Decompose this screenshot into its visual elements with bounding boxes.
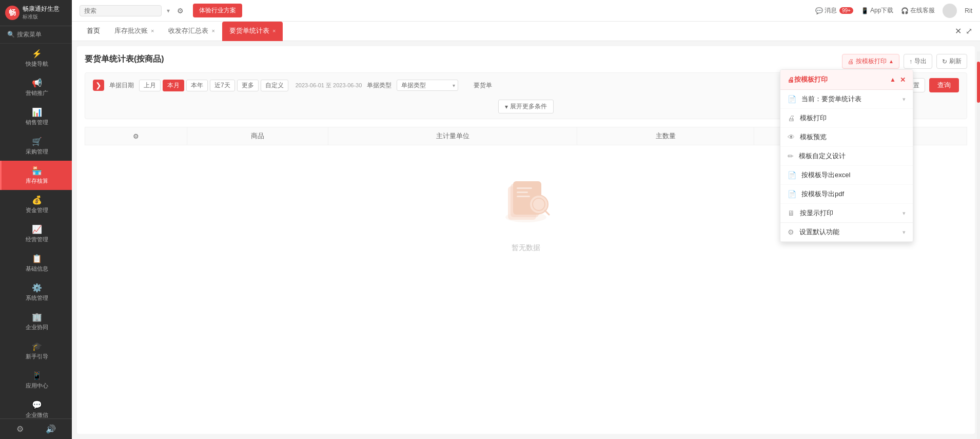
sidebar-item-purchase[interactable]: 🛒 采购管理 [0,131,72,161]
quick-nav-icon: ⚡ [32,49,42,59]
date-btn-custom[interactable]: 自定义 [261,80,288,91]
dropdown-section-display-print[interactable]: 🖥 按显示打印 ▾ [780,204,913,223]
enterprise-wechat-icon: 💬 [32,400,42,410]
top-gear-icon[interactable]: ⚙ [177,7,184,15]
dropdown-section-set-default[interactable]: ⚙ 设置默认功能 ▾ [780,223,913,242]
search-icon: 🔍 [7,31,15,38]
settings-footer-icon[interactable]: ⚙ [16,424,24,434]
goods-label: 要货单 [474,81,492,90]
sound-footer-icon[interactable]: 🔊 [46,424,56,434]
col-quantity: 主数量 [577,127,754,145]
expand-conditions-btn[interactable]: ▾ 展开更多条件 [498,100,554,113]
logo-text: 畅康通好生意 标准版 [23,5,60,21]
date-btn-last-7-days[interactable]: 近7天 [210,80,235,91]
date-btn-prev-month[interactable]: 上月 [139,80,161,91]
tab-close-inventory-batch[interactable]: × [151,28,154,34]
date-btn-current-month[interactable]: 本月 [163,80,184,91]
app-logo: 畅 畅康通好生意 标准版 [0,0,72,26]
inventory-icon: 🏪 [32,166,42,176]
print-chevron-up-icon: ▲ [889,59,894,64]
page-title: 要货单统计表(按商品) [85,54,967,65]
set-default-icon: ⚙ [788,228,794,236]
svg-line-6 [545,211,549,215]
dropdown-title: 按模板打印 [794,75,828,84]
right-scrollbar[interactable] [977,51,980,439]
online-service-item[interactable]: 🎧 在线客服 [901,6,935,15]
sidebar-item-enterprise-wechat[interactable]: 💬 企业微信 [0,395,72,418]
logo-icon: 畅 [5,6,19,20]
enterprise-icon: 🏢 [32,312,42,322]
newbie-icon: 🎓 [32,341,42,351]
date-btn-current-year[interactable]: 本年 [186,80,208,91]
refresh-icon: ↻ [942,58,947,65]
dropdown-item-template-custom[interactable]: ✏ 模板自定义设计 [780,147,913,166]
template-preview-icon: 👁 [788,133,795,141]
messages-icon: 💬 [815,7,823,14]
date-options: 上月 本月 本年 近7天 更多 自定义 [139,80,288,91]
doc-type-select[interactable]: 单据类型 [397,80,458,91]
app-download-item[interactable]: 📱 App下载 [861,6,893,15]
sidebar-item-system[interactable]: ⚙️ 系统管理 [0,278,72,307]
tabs-actions: ✕ ⤢ [955,26,972,36]
sidebar-item-operations[interactable]: 📈 经营管理 [0,219,72,249]
sidebar-item-enterprise[interactable]: 🏢 企业协同 [0,307,72,336]
marketing-icon: 📢 [32,78,42,88]
sidebar-nav: ⚡ 快捷导航 📢 营销推广 📊 销售管理 🛒 采购管理 🏪 库存核算 💰 资金管… [0,44,72,418]
sidebar-item-app-center[interactable]: 📱 应用中心 [0,366,72,395]
top-search-input[interactable] [80,5,162,16]
finance-icon: 💰 [32,195,42,205]
template-print-btn[interactable]: 🖨 按模板打印 ▲ [842,54,899,69]
template-custom-icon: ✏ [788,152,794,160]
search-menu[interactable]: 🔍 搜索菜单 [0,26,72,44]
dropdown-item-export-excel[interactable]: 📄 按模板导出excel [780,166,913,185]
dropdown-item-template-print[interactable]: 🖨 模板打印 [780,109,913,128]
printer-header-icon: 🖨 [788,76,794,84]
sidebar-item-basic-info[interactable]: 📋 基础信息 [0,249,72,278]
sidebar-footer: ⚙ 🔊 [0,418,72,439]
tab-close-requisition-stats[interactable]: × [272,28,276,34]
dropdown-close-icon[interactable]: ✕ [900,76,906,84]
export-pdf-icon: 📄 [788,190,796,198]
tabs-bar: 首页 库存批次账 × 收发存汇总表 × 要货单统计表 × ✕ ⤢ [72,22,980,41]
tab-home[interactable]: 首页 [80,22,107,41]
sidebar-item-sales[interactable]: 📊 销售管理 [0,102,72,131]
current-doc-icon: 📄 [788,95,796,103]
export-excel-icon: 📄 [788,171,796,179]
page-content: 要货单统计表(按商品) 🖨 按模板打印 ▲ ↑ 导出 ↻ 刷新 [72,41,980,439]
filter-toggle-btn[interactable]: ❯ [93,80,104,91]
close-window-btn[interactable]: ✕ [955,26,962,36]
tab-inventory-batch[interactable]: 库存批次账 × [107,22,161,41]
export-btn[interactable]: ↑ 导出 [904,54,932,69]
messages-item[interactable]: 💬 消息 99+ [815,6,853,15]
current-chevron-icon: ▾ [903,96,906,103]
doc-type-select-wrap: 单据类型 [397,80,458,91]
empty-text: 暂无数据 [512,243,540,253]
user-avatar[interactable] [943,4,957,18]
sidebar-item-quick-nav[interactable]: ⚡ 快捷导航 [0,44,72,73]
table-gear-icon[interactable]: ⚙ [133,132,139,140]
trial-btn[interactable]: 体验行业方案 [193,4,242,17]
dropdown-chevron-icon[interactable]: ▲ [890,76,896,83]
headset-icon: 🎧 [901,7,909,14]
tab-collection-summary[interactable]: 收发存汇总表 × [161,22,222,41]
query-btn[interactable]: 查询 [929,78,959,92]
refresh-btn[interactable]: ↻ 刷新 [936,54,967,69]
main-content: ▾ ⚙ 体验行业方案 💬 消息 99+ 📱 App下载 🎧 在线客服 Rit 首… [72,0,980,439]
sidebar-item-newbie[interactable]: 🎓 新手引导 [0,336,72,366]
dropdown-current-item[interactable]: 📄 当前：要货单统计表 ▾ [780,90,913,109]
col-settings[interactable]: ⚙ [85,127,187,145]
search-chevron-icon[interactable]: ▾ [167,7,170,14]
svg-rect-7 [517,187,532,189]
maximize-window-btn[interactable]: ⤢ [966,26,972,36]
doc-type-label: 单据类型 [367,81,391,90]
dropdown-item-template-preview[interactable]: 👁 模板预览 [780,128,913,147]
sidebar-item-finance[interactable]: 💰 资金管理 [0,190,72,219]
tab-requisition-stats[interactable]: 要货单统计表 × [222,22,283,41]
tab-close-collection-summary[interactable]: × [211,28,214,34]
dropdown-item-export-pdf[interactable]: 📄 按模板导出pdf [780,185,913,204]
sidebar-item-inventory[interactable]: 🏪 库存核算 [0,161,72,190]
sidebar-item-marketing[interactable]: 📢 营销推广 [0,73,72,102]
system-icon: ⚙️ [32,283,42,293]
date-btn-more[interactable]: 更多 [237,80,259,91]
empty-illustration [495,176,557,235]
